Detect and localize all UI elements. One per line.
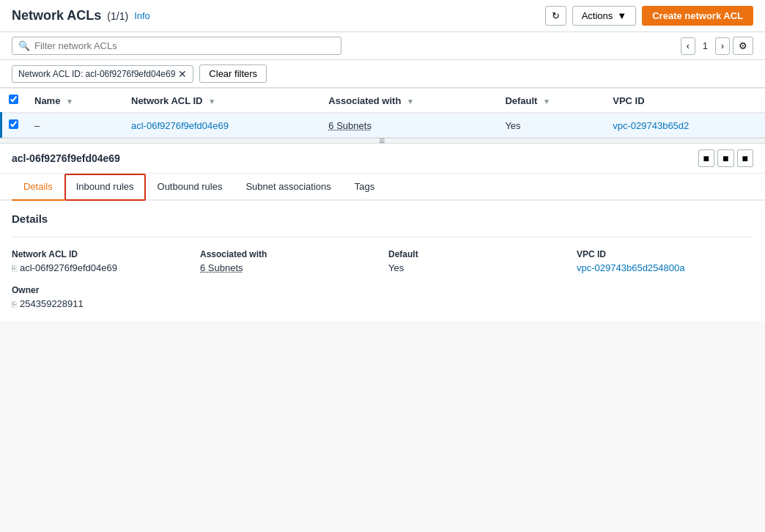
detail-associated-with: Associated with 6 Subnets <box>200 249 377 273</box>
refresh-icon: ↻ <box>552 10 560 21</box>
detail-default: Default Yes <box>388 249 565 273</box>
view-toggle: ■ ■ ■ <box>698 149 753 167</box>
detail-default-label: Default <box>388 249 565 259</box>
create-network-acl-button[interactable]: Create network ACL <box>642 6 753 26</box>
view-btn-1[interactable]: ■ <box>698 149 714 167</box>
bottom-panel-header: acl-06f9276f9efd04e69 ■ ■ ■ <box>0 144 765 174</box>
tabs: Details Inbound rules Outbound rules Sub… <box>0 174 765 201</box>
bottom-acl-id: acl-06f9276f9efd04e69 <box>12 152 120 164</box>
copy-icon-acl-id[interactable]: ⎘ <box>12 264 17 273</box>
detail-owner: Owner ⎘ 254359228911 <box>12 285 753 309</box>
top-bar-left: Network ACLs (1/1) Info <box>12 8 150 23</box>
associated-sort-icon: ▼ <box>407 97 414 106</box>
detail-vpc-id-label: VPC ID <box>577 249 753 259</box>
pagination-number: 1 <box>698 40 712 51</box>
filter-tag-close-button[interactable]: ✕ <box>178 68 187 80</box>
chevron-down-icon: ▼ <box>617 10 627 21</box>
col-associated-with: Associated with ▼ <box>319 89 496 114</box>
col-name: Name ▼ <box>26 89 122 114</box>
filter-bar: Network ACL ID: acl-06f9276f9efd04e69 ✕ … <box>0 60 765 88</box>
row-network-acl-id: acl-06f9276f9efd04e69 <box>122 113 319 138</box>
search-box: 🔍 <box>12 37 341 55</box>
details-section-title: Details <box>12 213 753 225</box>
detail-owner-label: Owner <box>12 285 753 295</box>
default-sort-icon: ▼ <box>543 97 550 106</box>
table-container: Name ▼ Network ACL ID ▼ Associated with … <box>0 88 765 138</box>
view-btn-2[interactable]: ■ <box>717 149 733 167</box>
row-associated-with: 6 Subnets <box>319 113 496 138</box>
page-title: Network ACLs <box>12 8 101 23</box>
detail-vpc-id-value: vpc-029743b65d254800a <box>577 262 753 273</box>
actions-button[interactable]: Actions ▼ <box>572 6 637 26</box>
detail-associated-with-value: 6 Subnets <box>200 262 377 273</box>
row-checkbox[interactable] <box>1 113 26 138</box>
gear-icon: ⚙ <box>739 40 747 51</box>
clear-filters-button[interactable]: Clear filters <box>199 64 267 83</box>
bottom-panel: acl-06f9276f9efd04e69 ■ ■ ■ Details Inbo… <box>0 144 765 321</box>
top-bar: Network ACLs (1/1) Info ↻ Actions ▼ Crea… <box>0 0 765 32</box>
resize-divider[interactable]: ≡ <box>0 138 765 144</box>
network-acl-table: Name ▼ Network ACL ID ▼ Associated with … <box>0 88 765 138</box>
tab-inbound-rules[interactable]: Inbound rules <box>64 174 146 201</box>
pagination-area: ‹ 1 › ⚙ <box>681 37 753 55</box>
top-bar-right: ↻ Actions ▼ Create network ACL <box>545 6 753 26</box>
tab-subnet-associations[interactable]: Subnet associations <box>234 174 342 201</box>
tab-details[interactable]: Details <box>12 174 64 201</box>
detail-network-acl-id-label: Network ACL ID <box>12 249 188 259</box>
filter-tag-text: Network ACL ID: acl-06f9276f9efd04e69 <box>18 69 175 79</box>
search-input[interactable] <box>34 40 335 51</box>
detail-network-acl-id-value: ⎘ acl-06f9276f9efd04e69 <box>12 262 188 273</box>
vpc-id-link[interactable]: vpc-029743b65d254800a <box>577 262 684 273</box>
toolbar: 🔍 ‹ 1 › ⚙ <box>0 32 765 60</box>
detail-default-value: Yes <box>388 262 565 273</box>
select-all-checkbox[interactable] <box>1 89 26 114</box>
details-panel: Details Network ACL ID ⎘ acl-06f9276f9ef… <box>0 201 765 321</box>
row-default: Yes <box>496 113 604 138</box>
detail-associated-with-label: Associated with <box>200 249 377 259</box>
detail-owner-value: ⎘ 254359228911 <box>12 298 753 309</box>
tab-tags[interactable]: Tags <box>343 174 386 201</box>
refresh-button[interactable]: ↻ <box>545 6 566 26</box>
search-icon: 🔍 <box>18 40 30 51</box>
divider-handle-icon: ≡ <box>379 135 386 147</box>
tab-outbound-rules[interactable]: Outbound rules <box>146 174 234 201</box>
col-default: Default ▼ <box>496 89 604 114</box>
row-name: – <box>26 113 122 138</box>
info-link[interactable]: Info <box>134 10 150 21</box>
pagination-next-button[interactable]: › <box>715 37 730 55</box>
view-btn-3[interactable]: ■ <box>737 149 753 167</box>
col-vpc-id: VPC ID <box>604 89 765 114</box>
detail-network-acl-id: Network ACL ID ⎘ acl-06f9276f9efd04e69 <box>12 249 188 273</box>
acl-id-sort-icon: ▼ <box>208 97 215 106</box>
name-sort-icon: ▼ <box>66 97 73 106</box>
column-settings-button[interactable]: ⚙ <box>733 37 753 55</box>
row-vpc-id: vpc-029743b65d2 <box>604 113 765 138</box>
page-count: (1/1) <box>107 10 128 22</box>
filter-tag: Network ACL ID: acl-06f9276f9efd04e69 ✕ <box>12 65 193 83</box>
details-grid: Network ACL ID ⎘ acl-06f9276f9efd04e69 A… <box>12 237 753 273</box>
detail-vpc-id: VPC ID vpc-029743b65d254800a <box>577 249 753 273</box>
actions-label: Actions <box>582 10 613 21</box>
copy-icon-owner[interactable]: ⎘ <box>12 300 17 309</box>
table-row[interactable]: – acl-06f9276f9efd04e69 6 Subnets Yes vp… <box>1 113 766 138</box>
pagination-prev-button[interactable]: ‹ <box>681 37 695 55</box>
col-network-acl-id: Network ACL ID ▼ <box>122 89 319 114</box>
